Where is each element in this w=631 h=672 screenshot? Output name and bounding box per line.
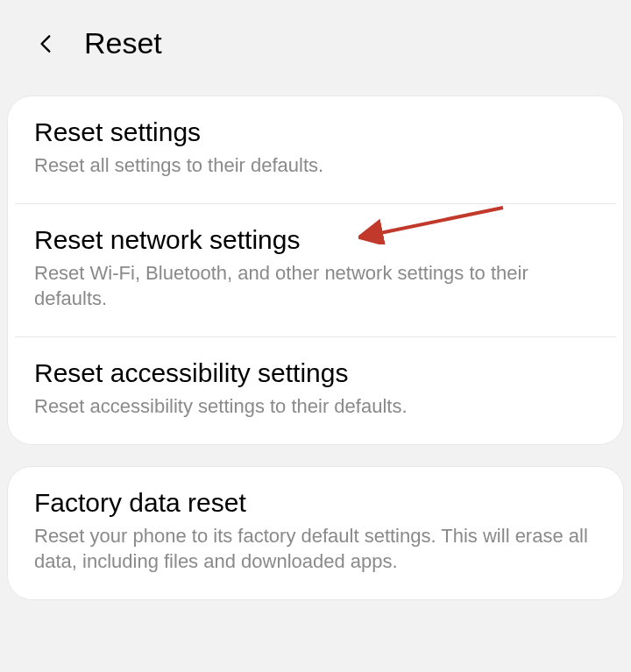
item-title: Reset network settings xyxy=(34,225,597,255)
item-subtitle: Reset accessibility settings to their de… xyxy=(34,393,597,420)
item-title: Reset settings xyxy=(34,117,597,147)
item-title: Factory data reset xyxy=(34,488,597,518)
header: Reset xyxy=(0,0,631,95)
back-icon[interactable] xyxy=(35,32,58,55)
item-subtitle: Reset Wi-Fi, Bluetooth, and other networ… xyxy=(34,260,597,312)
reset-network-settings-item[interactable]: Reset network settings Reset Wi-Fi, Blue… xyxy=(8,204,623,336)
settings-group-1: Reset settings Reset all settings to the… xyxy=(7,95,624,445)
item-title: Reset accessibility settings xyxy=(34,358,597,388)
item-subtitle: Reset your phone to its factory default … xyxy=(34,523,597,575)
item-subtitle: Reset all settings to their defaults. xyxy=(34,152,597,179)
settings-group-2: Factory data reset Reset your phone to i… xyxy=(7,466,624,600)
reset-accessibility-settings-item[interactable]: Reset accessibility settings Reset acces… xyxy=(8,337,623,444)
reset-settings-item[interactable]: Reset settings Reset all settings to the… xyxy=(8,96,623,203)
factory-data-reset-item[interactable]: Factory data reset Reset your phone to i… xyxy=(8,467,623,599)
page-title: Reset xyxy=(84,26,162,60)
